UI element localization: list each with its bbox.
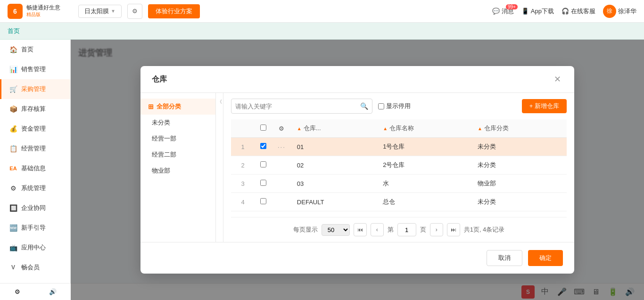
- app-icon: 📱: [521, 8, 529, 15]
- user-name: 徐泽华: [618, 7, 636, 16]
- app-download-button[interactable]: 📱 App下载: [521, 7, 554, 16]
- warehouse-table: ⚙ ▲仓库... ▲仓库名称 ▲仓库分类: [231, 119, 567, 211]
- user-profile[interactable]: 徐 徐泽华: [603, 5, 636, 18]
- table-row[interactable]: 1 ··· 01 1号仓库 未分类: [231, 138, 567, 156]
- sidebar-item-guide[interactable]: 🆕 新手引导: [0, 218, 70, 238]
- sidebar-label-guide: 新手引导: [21, 224, 46, 232]
- modal-overlay: 仓库 ✕ ⊞ 全部分类 未分类 经营一部 经营二部 物业部: [71, 40, 644, 300]
- page-last-button[interactable]: ⏭: [447, 223, 460, 236]
- logo-text-area: 畅捷通好生意 精品版: [26, 4, 60, 18]
- breadcrumb-home[interactable]: 首页: [8, 27, 20, 35]
- grid-icon: ⊞: [148, 103, 154, 110]
- table-row[interactable]: 4 DEFAULT 总仓 未分类: [231, 193, 567, 211]
- modal-close-button[interactable]: ✕: [552, 74, 563, 85]
- page-prev-button[interactable]: ‹: [371, 223, 384, 236]
- add-warehouse-button[interactable]: + 新增仓库: [522, 99, 567, 113]
- category-dept1[interactable]: 经营一部: [140, 131, 215, 147]
- sub-header: 首页: [0, 23, 644, 40]
- page-number-input[interactable]: [397, 223, 416, 236]
- sidebar-label-apps: 应用中心: [21, 243, 46, 252]
- table-row[interactable]: 2 02 2号仓库 未分类: [231, 156, 567, 175]
- sort-icon-code: ▲: [297, 126, 302, 131]
- category-panel: ⊞ 全部分类 未分类 经营一部 经营二部 物业部: [140, 93, 216, 242]
- row-checkbox[interactable]: [260, 180, 266, 186]
- sidebar-item-member[interactable]: V 畅会员: [0, 258, 70, 277]
- sidebar-item-finance[interactable]: 💰 资金管理: [0, 119, 70, 139]
- page-label: 第: [388, 225, 394, 234]
- search-box: 🔍: [231, 99, 372, 114]
- sidebar-item-purchase[interactable]: 🛒 采购管理: [0, 79, 70, 99]
- sidebar-item-home[interactable]: 🏠 首页: [0, 40, 70, 59]
- sidebar-label-sales: 销售管理: [21, 65, 46, 74]
- collapse-icon: 《: [217, 99, 222, 105]
- row-code: 02: [291, 156, 377, 175]
- row-category: 未分类: [472, 193, 567, 211]
- total-info: 共1页, 4条记录: [464, 225, 505, 234]
- logo-area: 6 畅捷通好生意 精品版: [8, 4, 78, 19]
- category-all-label: 全部分类: [157, 102, 181, 111]
- cancel-button[interactable]: 取消: [487, 250, 522, 266]
- category-dept2[interactable]: 经营二部: [140, 147, 215, 163]
- enterprise-icon: 🔲: [9, 204, 17, 212]
- row-category: 物业部: [472, 175, 567, 193]
- service-button[interactable]: 🎧 在线客服: [561, 7, 595, 16]
- purchase-icon: 🛒: [9, 85, 17, 93]
- col-header-settings: ⚙: [272, 119, 291, 138]
- sidebar-item-apps[interactable]: 📺 应用中心: [0, 238, 70, 258]
- category-property[interactable]: 物业部: [140, 163, 215, 179]
- row-code: 01: [291, 138, 377, 156]
- sidebar-bottom: ⚙ 🔊: [0, 283, 71, 300]
- row-checkbox[interactable]: [260, 143, 266, 149]
- sidebar-item-inventory[interactable]: 📦 库存核算: [0, 99, 70, 119]
- search-input[interactable]: [235, 103, 360, 110]
- category-unclassified[interactable]: 未分类: [140, 115, 215, 131]
- show-disabled-toggle[interactable]: [378, 103, 384, 109]
- sidebar-label-finance: 资金管理: [21, 125, 46, 133]
- page-first-button[interactable]: ⏮: [354, 223, 367, 236]
- sidebar-audio-icon[interactable]: 🔊: [49, 288, 57, 295]
- page-next-button[interactable]: ›: [430, 223, 443, 236]
- trial-button[interactable]: 体验行业方案: [148, 4, 200, 18]
- company-selector[interactable]: 日太阳膜 ▼: [78, 5, 122, 18]
- row-code: DEFAULT: [291, 193, 377, 211]
- sidebar-item-system[interactable]: ⚙ 系统管理: [0, 178, 70, 198]
- sidebar-label-member: 畅会员: [21, 263, 40, 272]
- sidebar-item-operation[interactable]: 📋 经营管理: [0, 139, 70, 158]
- sidebar-item-sales[interactable]: 📊 销售管理: [0, 59, 70, 79]
- sidebar-label-operation: 经营管理: [21, 144, 46, 153]
- row-settings-cell: ···: [272, 138, 291, 156]
- row-settings-cell: [272, 193, 291, 211]
- col-settings-icon: ⚙: [279, 125, 284, 132]
- settings-button[interactable]: ⚙: [127, 4, 142, 19]
- row-checkbox-cell: [255, 175, 272, 193]
- show-disabled-checkbox[interactable]: 显示停用: [378, 102, 411, 110]
- row-more-button[interactable]: ···: [278, 143, 286, 150]
- home-icon: 🏠: [9, 45, 17, 54]
- content-area: 进货管理 仓库 ✕ ⊞ 全部分类 未分类: [71, 40, 644, 300]
- category-collapse-button[interactable]: 《: [216, 93, 223, 242]
- select-all-checkbox[interactable]: [260, 125, 266, 131]
- apps-icon: 📺: [9, 243, 17, 252]
- row-checkbox[interactable]: [260, 198, 266, 204]
- sidebar-label-basic: 基础信息: [21, 164, 46, 173]
- modal-footer: 取消 确定: [140, 242, 574, 274]
- row-name: 水: [377, 175, 472, 193]
- confirm-button[interactable]: 确定: [528, 250, 563, 266]
- row-checkbox[interactable]: [260, 161, 266, 167]
- finance-icon: 💰: [9, 125, 17, 133]
- operation-icon: 📋: [9, 144, 17, 153]
- sidebar-item-basic[interactable]: EA 基础信息: [0, 158, 70, 178]
- search-icon[interactable]: 🔍: [360, 102, 368, 110]
- sidebar-item-enterprise[interactable]: 🔲 企业协同: [0, 198, 70, 218]
- system-icon: ⚙: [9, 184, 17, 192]
- category-all[interactable]: ⊞ 全部分类: [140, 99, 215, 115]
- logo-text: 畅捷通好生意: [26, 4, 60, 12]
- show-disabled-label: 显示停用: [386, 102, 411, 110]
- message-badge: 99+: [506, 4, 518, 9]
- per-page-select[interactable]: 50 20 100: [322, 224, 350, 236]
- member-icon: V: [9, 263, 17, 272]
- sidebar-settings-icon[interactable]: ⚙: [15, 288, 20, 295]
- modal-body: ⊞ 全部分类 未分类 经营一部 经营二部 物业部 《: [140, 93, 574, 242]
- table-row[interactable]: 3 03 水 物业部: [231, 175, 567, 193]
- message-button[interactable]: 💬 消息 99+: [492, 7, 514, 16]
